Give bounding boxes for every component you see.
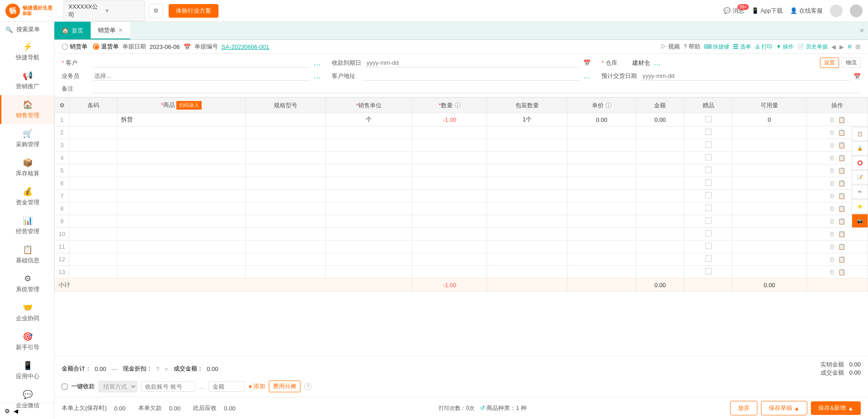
delete-icon[interactable]: 🗑	[829, 243, 835, 250]
scan-btn[interactable]: 扫码录入	[176, 101, 202, 110]
row-product[interactable]	[117, 190, 246, 202]
sidebar-item-marketing[interactable]: 📢 营销推广	[0, 66, 54, 95]
company-selector[interactable]: XXXXXX公司 ▾	[63, 0, 145, 21]
main-close-icon[interactable]: ✕	[859, 27, 864, 34]
row-amount[interactable]	[636, 177, 684, 190]
row-qty[interactable]	[412, 139, 487, 152]
row-gift[interactable]	[684, 241, 732, 253]
radio-return-order[interactable]: 退货单	[93, 43, 119, 51]
delete-icon[interactable]: 🗑	[829, 129, 835, 136]
row-gift[interactable]	[684, 164, 732, 177]
row-qty[interactable]	[412, 215, 487, 228]
row-barcode[interactable]	[69, 202, 117, 215]
sidebar-item-sales[interactable]: 🏠 销售管理	[0, 95, 54, 124]
tab-close-main[interactable]: ✕	[859, 22, 868, 39]
row-pkg-qty[interactable]	[487, 228, 567, 241]
delete-icon[interactable]: 🗑	[829, 218, 835, 225]
delete-icon[interactable]: 🗑	[829, 231, 835, 237]
operation-btn[interactable]: ▼ 操作	[776, 43, 794, 51]
row-product[interactable]	[117, 241, 246, 253]
settings-button[interactable]: ⚙	[149, 4, 163, 18]
row-gift[interactable]	[684, 126, 732, 139]
sidebar-search[interactable]: 🔍 搜索菜单	[0, 22, 54, 37]
payment-method-select[interactable]: 结算方式	[98, 381, 137, 392]
sidebar-item-inventory[interactable]: 📦 库存核算	[0, 153, 54, 182]
order-num-value[interactable]: SA-20230606-001	[222, 43, 270, 50]
row-qty[interactable]	[412, 177, 487, 190]
row-unit[interactable]	[325, 190, 412, 202]
sidebar-item-finance[interactable]: 💰 资金管理	[0, 182, 54, 211]
copy-icon[interactable]: 📋	[838, 154, 845, 161]
salesperson-input[interactable]	[92, 72, 310, 81]
row-amount[interactable]	[636, 139, 684, 152]
row-amount[interactable]	[636, 228, 684, 241]
row-amount[interactable]	[636, 241, 684, 253]
row-spec[interactable]	[245, 152, 325, 164]
warehouse-ellipsis[interactable]: …	[654, 59, 661, 67]
view-list-btn[interactable]: ≡	[848, 43, 852, 51]
row-spec[interactable]	[245, 126, 325, 139]
sidebar-item-enterprise[interactable]: 🤝 企业协同	[0, 298, 54, 327]
row-unit-price[interactable]	[567, 177, 636, 190]
row-spec[interactable]	[245, 202, 325, 215]
row-product[interactable]	[117, 126, 246, 139]
row-gift[interactable]	[684, 152, 732, 164]
rp-btn-6[interactable]: ⭐	[852, 199, 868, 213]
row-gift[interactable]	[684, 139, 732, 152]
copy-icon[interactable]: 📋	[838, 218, 845, 225]
row-unit[interactable]	[325, 177, 412, 190]
app-download-button[interactable]: 📱 App下载	[752, 7, 783, 15]
row-pkg-qty[interactable]	[487, 152, 567, 164]
row-pkg-qty[interactable]: 1个	[487, 113, 567, 126]
row-barcode[interactable]	[69, 152, 117, 164]
help-btn[interactable]: ? 帮助	[684, 43, 700, 51]
delete-icon[interactable]: 🗑	[829, 142, 835, 149]
radio-sales-order[interactable]: 销货单	[62, 43, 87, 51]
row-amount[interactable]	[636, 266, 684, 279]
row-pkg-qty[interactable]	[487, 190, 567, 202]
sidebar-settings-icon[interactable]: ⚙	[5, 408, 10, 414]
rp-btn-7[interactable]: 📷	[852, 214, 868, 228]
row-unit-price[interactable]	[567, 215, 636, 228]
row-barcode[interactable]	[69, 126, 117, 139]
row-barcode[interactable]	[69, 228, 117, 241]
view-grid-btn[interactable]: ⊞	[855, 43, 861, 50]
calendar-icon-2[interactable]: 📅	[583, 59, 591, 66]
row-unit-price[interactable]	[567, 190, 636, 202]
copy-icon[interactable]: 📋	[838, 142, 845, 149]
row-unit-price[interactable]	[567, 241, 636, 253]
row-barcode[interactable]	[69, 113, 117, 126]
row-spec[interactable]	[245, 241, 325, 253]
row-unit-price[interactable]	[567, 266, 636, 279]
row-pkg-qty[interactable]	[487, 215, 567, 228]
amount-input[interactable]	[209, 381, 245, 392]
row-product[interactable]	[117, 177, 246, 190]
row-unit[interactable]: 个	[325, 113, 412, 126]
row-unit[interactable]	[325, 202, 412, 215]
row-unit[interactable]	[325, 241, 412, 253]
fee-split-btn[interactable]: 费用分摊	[269, 380, 301, 392]
row-spec[interactable]	[245, 139, 325, 152]
row-barcode[interactable]	[69, 177, 117, 190]
row-pkg-qty[interactable]	[487, 164, 567, 177]
row-unit-price[interactable]	[567, 152, 636, 164]
row-barcode[interactable]	[69, 190, 117, 202]
delete-icon[interactable]: 🗑	[829, 180, 835, 187]
row-unit-price[interactable]	[567, 228, 636, 241]
copy-icon[interactable]: 📋	[838, 180, 845, 187]
copy-icon[interactable]: 📋	[838, 269, 845, 275]
history-btn[interactable]: 📄 历史单据	[797, 43, 827, 51]
row-qty[interactable]	[412, 126, 487, 139]
row-barcode[interactable]	[69, 215, 117, 228]
delete-icon[interactable]: 🗑	[829, 256, 835, 263]
row-spec[interactable]	[245, 266, 325, 279]
copy-icon[interactable]: 📋	[838, 116, 845, 123]
row-amount[interactable]	[636, 126, 684, 139]
fee-help-icon[interactable]: ?	[304, 383, 311, 390]
salesperson-ellipsis[interactable]: …	[314, 72, 321, 80]
row-barcode[interactable]	[69, 164, 117, 177]
message-button[interactable]: 💬 消息 99+	[723, 7, 744, 15]
customer-ellipsis[interactable]: …	[314, 59, 321, 67]
sidebar-item-guide[interactable]: 🎯 新手引导	[0, 327, 54, 356]
row-unit-price[interactable]	[567, 164, 636, 177]
